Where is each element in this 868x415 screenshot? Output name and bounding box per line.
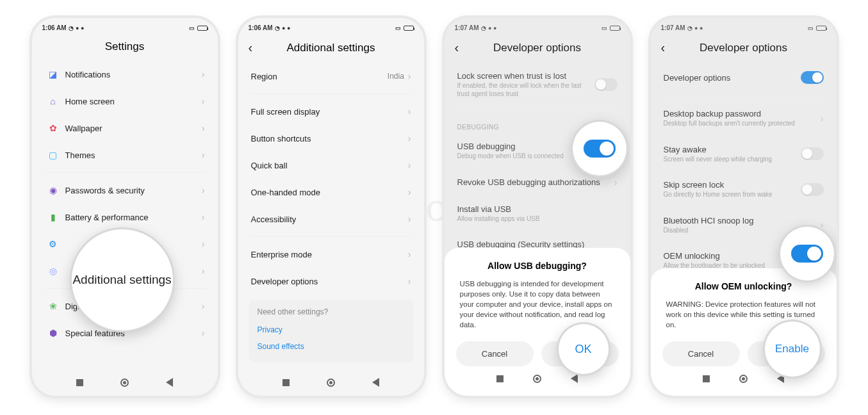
status-bar: 1:06 AM ◔ ● ● ▭ xyxy=(238,18,424,35)
nav-back-icon[interactable] xyxy=(372,378,379,387)
special-icon: ⬢ xyxy=(45,328,61,338)
row-battery[interactable]: ▮Battery & performance› xyxy=(42,204,208,231)
row-wallpaper[interactable]: ✿Wallpaper› xyxy=(42,115,208,142)
link-sound-effects[interactable]: Sound effects xyxy=(258,338,405,355)
status-bar: 1:06 AM ◔ ● ● ▭ xyxy=(32,18,218,35)
nav-recent-icon[interactable] xyxy=(496,375,504,382)
row-sublabel: Go directly to Home screen from wake xyxy=(664,191,801,199)
wellbeing-icon: ❀ xyxy=(45,301,61,311)
row-themes[interactable]: ▢Themes› xyxy=(42,142,208,168)
row-region[interactable]: RegionIndia› xyxy=(249,63,414,90)
row-label: Desktop backup password xyxy=(664,109,817,118)
toggle-usb-debugging[interactable] xyxy=(584,140,616,158)
chevron-icon: › xyxy=(821,113,824,124)
status-icons-right: ▭ xyxy=(395,25,414,31)
phone-developer-usb: 1:07 AM ◔ ● ● ▭ ‹ Developer options Lock… xyxy=(445,18,630,396)
chevron-icon: › xyxy=(202,150,205,160)
back-button[interactable]: ‹ xyxy=(249,40,261,55)
row-home-screen[interactable]: ⌂Home screen› xyxy=(42,88,208,115)
chevron-icon: › xyxy=(408,160,411,170)
themes-icon: ▢ xyxy=(45,150,61,160)
page-title: Settings xyxy=(42,40,208,53)
page-title: Developer options xyxy=(468,42,607,54)
battery-icon: ▮ xyxy=(45,212,61,222)
navigation-bar xyxy=(32,370,218,396)
row-developer-options[interactable]: Developer options xyxy=(661,63,826,92)
status-time: 1:06 AM xyxy=(249,24,273,31)
row-label: Accessibility xyxy=(251,215,404,224)
row-label: Themes xyxy=(65,151,198,160)
nav-recent-icon[interactable] xyxy=(76,379,83,386)
status-icons-left: ◔ ● ● xyxy=(275,25,290,31)
row-label: Passwords & security xyxy=(65,186,198,195)
header: ‹ Developer options xyxy=(445,35,630,63)
row-install-usb[interactable]: Install via USBAllow installing apps via… xyxy=(455,196,620,232)
zoom-ok-button: OK xyxy=(559,324,609,374)
nav-back-icon[interactable] xyxy=(166,378,173,387)
row-label: Home screen xyxy=(65,97,198,106)
globe-icon: ◎ xyxy=(45,266,61,276)
zoom-oem-toggle xyxy=(780,227,834,281)
chevron-icon: › xyxy=(408,249,411,259)
chevron-icon: › xyxy=(408,106,411,117)
row-lock-screen[interactable]: Lock screen when trust is lostIf enabled… xyxy=(455,63,620,106)
chevron-icon: › xyxy=(202,328,205,338)
row-label: One-handed mode xyxy=(251,188,404,197)
status-time: 1:06 AM xyxy=(42,24,67,31)
nav-back-icon[interactable] xyxy=(571,374,578,383)
row-label: Developer options xyxy=(251,277,404,286)
row-notifications[interactable]: ◪Notifications› xyxy=(42,61,208,88)
home-icon: ⌂ xyxy=(45,96,61,106)
row-developer[interactable]: Developer options› xyxy=(249,268,414,295)
nav-home-icon[interactable] xyxy=(739,375,748,383)
toggle-skip-lock[interactable] xyxy=(801,183,824,196)
nav-home-icon[interactable] xyxy=(533,375,541,383)
row-fullscreen[interactable]: Full screen display› xyxy=(249,98,414,125)
chevron-icon: › xyxy=(408,133,411,143)
status-icons-left: ◔ ● ● xyxy=(69,25,84,31)
back-button[interactable]: ‹ xyxy=(661,40,674,55)
nav-recent-icon[interactable] xyxy=(283,379,290,386)
row-quickball[interactable]: Quick ball› xyxy=(249,152,414,179)
divider xyxy=(457,110,618,111)
chevron-icon: › xyxy=(202,96,205,106)
chevron-icon: › xyxy=(202,69,205,79)
divider xyxy=(251,236,411,237)
row-label: Wallpaper xyxy=(65,124,198,133)
back-button[interactable]: ‹ xyxy=(455,40,468,55)
nav-home-icon[interactable] xyxy=(327,378,335,387)
toggle-lock-screen[interactable] xyxy=(594,78,618,91)
nav-back-icon[interactable] xyxy=(777,374,784,383)
navigation-bar xyxy=(238,370,424,396)
wallpaper-icon: ✿ xyxy=(45,123,61,133)
toggle-oem-unlocking[interactable] xyxy=(791,245,823,263)
row-label: Battery & performance xyxy=(65,213,198,222)
row-button-shortcuts[interactable]: Button shortcuts› xyxy=(249,125,414,152)
chevron-icon: › xyxy=(202,212,205,222)
nav-recent-icon[interactable] xyxy=(703,375,710,382)
row-passwords[interactable]: ◉Passwords & security› xyxy=(42,177,208,204)
row-label: Button shortcuts xyxy=(251,134,404,143)
cancel-button[interactable]: Cancel xyxy=(456,341,534,366)
phone-additional-settings: 1:06 AM ◔ ● ● ▭ ‹ Additional settings Re… xyxy=(238,18,424,396)
dialog-usb-debugging: Allow USB debugging? USB debugging is in… xyxy=(445,248,630,396)
cancel-button[interactable]: Cancel xyxy=(662,341,740,366)
toggle-stay-awake[interactable] xyxy=(801,147,824,160)
chevron-icon: › xyxy=(408,214,411,224)
row-backup-password[interactable]: Desktop backup passwordDesktop full back… xyxy=(661,101,826,136)
row-accessibility[interactable]: Accessibility› xyxy=(249,206,414,232)
row-skip-lock[interactable]: Skip screen lockGo directly to Home scre… xyxy=(661,172,826,208)
row-onehanded[interactable]: One-handed mode› xyxy=(249,179,414,206)
status-time: 1:07 AM xyxy=(661,24,685,31)
row-label: Skip screen lock xyxy=(664,180,801,190)
link-privacy[interactable]: Privacy xyxy=(258,321,405,338)
row-stay-awake[interactable]: Stay awakeScreen will never sleep while … xyxy=(661,136,826,172)
nav-home-icon[interactable] xyxy=(120,378,129,387)
row-enterprise[interactable]: Enterprise mode› xyxy=(249,241,414,268)
toggle-developer-options[interactable] xyxy=(801,71,824,84)
row-label: Special features xyxy=(65,329,198,338)
dialog-title: Allow OEM unlocking? xyxy=(662,281,825,291)
row-label: Lock screen when trust is lost xyxy=(457,71,594,81)
divider xyxy=(45,172,205,173)
divider xyxy=(251,94,411,94)
